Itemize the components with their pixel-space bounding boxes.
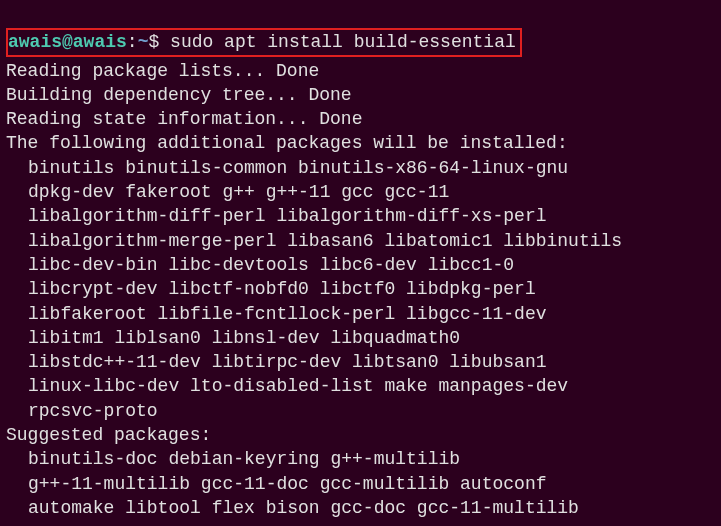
prompt-separator: : [127, 32, 138, 52]
output-line: Suggested packages: [6, 425, 211, 445]
package-list-line: libcrypt-dev libctf-nobfd0 libctf0 libdp… [6, 277, 715, 301]
package-list-line: libalgorithm-diff-perl libalgorithm-diff… [6, 204, 715, 228]
command-prompt-highlighted: awais@awais:~$ sudo apt install build-es… [6, 28, 522, 56]
suggested-package-line: automake libtool flex bison gcc-doc gcc-… [6, 496, 715, 520]
entered-command[interactable]: sudo apt install build-essential [170, 32, 516, 52]
prompt-user-host: awais@awais [8, 32, 127, 52]
package-list-line: libstdc++-11-dev libtirpc-dev libtsan0 l… [6, 350, 715, 374]
package-list-line: libfakeroot libfile-fcntllock-perl libgc… [6, 302, 715, 326]
output-line: Reading state information... Done [6, 109, 362, 129]
suggested-package-line: g++-11-multilib gcc-11-doc gcc-multilib … [6, 472, 715, 496]
prompt-path: ~ [138, 32, 149, 52]
package-list-line: libalgorithm-merge-perl libasan6 libatom… [6, 229, 715, 253]
package-list-line: dpkg-dev fakeroot g++ g++-11 gcc gcc-11 [6, 180, 715, 204]
package-list-line: rpcsvc-proto [6, 399, 715, 423]
suggested-package-line: binutils-doc debian-keyring g++-multilib [6, 447, 715, 471]
package-list-line: libitm1 liblsan0 libnsl-dev libquadmath0 [6, 326, 715, 350]
package-list-line: linux-libc-dev lto-disabled-list make ma… [6, 374, 715, 398]
package-list-line: libc-dev-bin libc-devtools libc6-dev lib… [6, 253, 715, 277]
output-line: Reading package lists... Done [6, 61, 319, 81]
output-line: Building dependency tree... Done [6, 85, 352, 105]
prompt-symbol: $ [148, 32, 159, 52]
terminal-output: awais@awais:~$ sudo apt install build-es… [6, 4, 715, 520]
package-list-line: binutils binutils-common binutils-x86-64… [6, 156, 715, 180]
output-line: The following additional packages will b… [6, 133, 568, 153]
